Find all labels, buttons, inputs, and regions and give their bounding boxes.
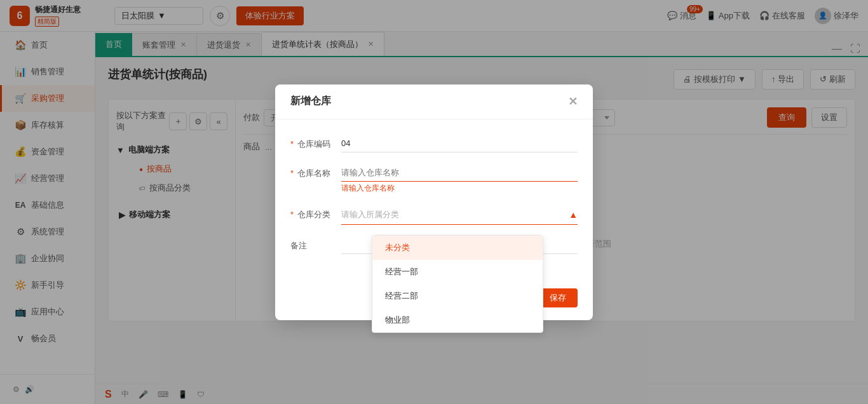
save-button[interactable]: 保存 <box>538 288 578 307</box>
remark-label: 备注 <box>290 236 341 252</box>
modal-overlay: 新增仓库 ✕ * 仓库编码 * 仓库名称 <box>0 0 868 404</box>
name-error-msg: 请输入仓库名称 <box>341 183 578 194</box>
category-label: * 仓库分类 <box>290 205 341 220</box>
code-field-control <box>341 135 578 152</box>
category-select-box[interactable]: 请输入所属分类 ▲ <box>341 205 578 225</box>
modal-title: 新增仓库 <box>290 95 331 108</box>
code-label: * 仓库编码 <box>290 135 341 150</box>
dropdown-option-dept1[interactable]: 经营一部 <box>372 260 543 284</box>
dropdown-option-dept2[interactable]: 经营二部 <box>372 284 543 308</box>
dropdown-option-property[interactable]: 物业部 <box>372 308 543 332</box>
category-dropdown-arrow-icon: ▲ <box>569 210 578 220</box>
category-placeholder: 请输入所属分类 <box>341 209 399 220</box>
name-label: * 仓库名称 <box>290 164 341 179</box>
modal-close-button[interactable]: ✕ <box>568 95 578 109</box>
name-input[interactable] <box>341 164 578 182</box>
name-field-control: 请输入仓库名称 <box>341 164 578 194</box>
category-field-control: 请输入所属分类 ▲ <box>341 205 578 225</box>
name-form-row: * 仓库名称 请输入仓库名称 <box>290 164 578 194</box>
modal-header: 新增仓库 ✕ <box>275 84 593 119</box>
category-dropdown-list: 未分类 经营一部 经营二部 物业部 <box>372 235 543 333</box>
category-form-row: * 仓库分类 请输入所属分类 ▲ <box>290 205 578 225</box>
code-form-row: * 仓库编码 <box>290 135 578 152</box>
code-input[interactable] <box>341 135 578 152</box>
dropdown-option-uncategorized[interactable]: 未分类 <box>372 236 543 260</box>
